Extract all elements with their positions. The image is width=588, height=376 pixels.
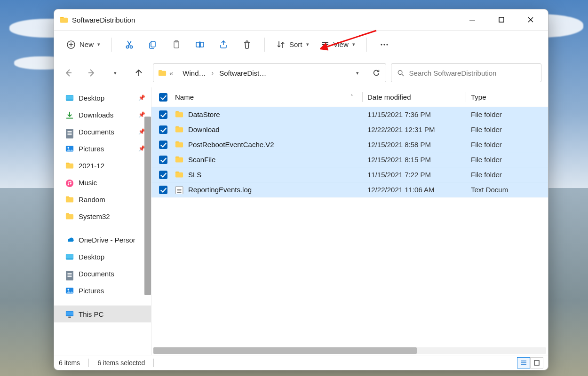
row-checkbox[interactable] (154, 171, 172, 179)
copy-button[interactable] (142, 35, 164, 54)
row-checkbox[interactable] (154, 125, 172, 134)
new-label: New (79, 40, 94, 48)
file-list: Name ˄ Date modified Type DataStore11/15… (151, 87, 548, 355)
share-button[interactable] (213, 35, 234, 54)
column-type[interactable]: Type (466, 93, 548, 101)
sidebar-item[interactable]: Documents📌 (54, 123, 151, 140)
file-type: File folder (466, 171, 548, 179)
row-checkbox[interactable] (154, 156, 172, 164)
text-icon (175, 186, 183, 193)
explorer-window: SoftwareDistribution New ▾ Sort ▾ View ▾ (54, 9, 548, 370)
file-name: SLS (188, 171, 201, 179)
paste-button[interactable] (166, 35, 187, 54)
folder-icon (60, 16, 68, 24)
chevron-right-icon: › (211, 69, 215, 77)
nav-back-button[interactable] (59, 63, 78, 82)
sidebar-item[interactable]: Pictures📌 (54, 140, 151, 157)
file-row[interactable]: DataStore11/15/2021 7:36 PMFile folder (151, 107, 548, 122)
sidebar-item-label: System32 (79, 212, 110, 220)
sidebar-item[interactable]: 2021-12 (54, 157, 151, 174)
icons-layout-button[interactable] (530, 357, 543, 368)
sidebar-item[interactable]: Random (54, 191, 151, 208)
svg-rect-24 (66, 271, 73, 280)
svg-rect-15 (66, 95, 73, 99)
chevron-down-icon: ▾ (97, 41, 100, 47)
search-icon (397, 69, 405, 77)
sidebar-item-label: Documents (79, 128, 114, 136)
horizontal-scrollbar[interactable] (151, 346, 548, 355)
folder-icon (175, 126, 183, 133)
row-checkbox[interactable] (154, 186, 172, 194)
select-all-checkbox[interactable] (154, 93, 172, 102)
search-input[interactable] (409, 69, 535, 77)
breadcrumb-seg1[interactable]: Wind… (178, 64, 210, 82)
address-bar[interactable]: « Wind… › SoftwareDist… ▾ (153, 63, 386, 82)
column-name[interactable]: Name ˄ (172, 93, 363, 101)
desktop-icon (65, 94, 74, 102)
sidebar-item[interactable]: OneDrive - Persor (54, 231, 151, 248)
sidebar-item[interactable]: Pictures (54, 282, 151, 299)
sidebar-item[interactable]: Desktop📌 (54, 89, 151, 106)
documents-icon (65, 270, 74, 277)
svg-point-13 (398, 70, 402, 75)
svg-point-20 (68, 184, 69, 185)
rename-button[interactable] (189, 35, 211, 54)
svg-point-4 (130, 46, 132, 48)
folder-icon (175, 171, 183, 178)
sidebar-item-label: Desktop (79, 94, 104, 102)
sidebar-item[interactable]: System32 (54, 208, 151, 225)
nav-recent-button[interactable]: ▾ (106, 63, 125, 82)
folder-icon (65, 213, 74, 220)
file-row[interactable]: SLS11/15/2021 7:22 PMFile folder (151, 167, 548, 182)
address-dropdown-button[interactable]: ▾ (348, 64, 367, 82)
search-box[interactable] (391, 63, 541, 82)
file-name: ReportingEvents.log (188, 186, 252, 194)
svg-rect-8 (196, 42, 199, 47)
breadcrumb-label: Wind… (183, 69, 206, 77)
column-date[interactable]: Date modified (363, 93, 466, 101)
titlebar[interactable]: SoftwareDistribution (54, 9, 548, 30)
folder-icon (175, 156, 183, 163)
sidebar-item[interactable]: Documents (54, 265, 151, 282)
sidebar-item[interactable]: Downloads📌 (54, 106, 151, 123)
sidebar-item[interactable]: Desktop (54, 248, 151, 265)
sort-button[interactable]: Sort ▾ (271, 35, 314, 54)
status-selected: 6 items selected (97, 359, 145, 367)
view-button[interactable]: View ▾ (316, 35, 360, 54)
thispc-icon (65, 311, 74, 318)
nav-up-button[interactable] (129, 63, 148, 82)
breadcrumb-root[interactable]: « (153, 64, 178, 82)
sidebar-item[interactable]: Music (54, 174, 151, 191)
delete-button[interactable] (236, 35, 258, 54)
sidebar-item[interactable]: This PC (54, 306, 151, 322)
details-layout-button[interactable] (517, 357, 530, 368)
file-type: File folder (466, 141, 548, 149)
cut-button[interactable] (119, 35, 140, 54)
refresh-button[interactable] (367, 64, 386, 82)
more-button[interactable] (373, 35, 395, 54)
sidebar-item-label: This PC (79, 310, 103, 318)
row-checkbox[interactable] (154, 110, 172, 119)
file-row[interactable]: ScanFile12/15/2021 8:15 PMFile folder (151, 152, 548, 167)
column-label: Type (471, 93, 486, 101)
file-date: 12/15/2021 8:15 PM (363, 156, 466, 164)
file-row[interactable]: ReportingEvents.log12/22/2021 11:06 AMTe… (151, 182, 548, 197)
svg-rect-5 (151, 41, 155, 47)
file-row[interactable]: PostRebootEventCache.V212/15/2021 8:58 P… (151, 137, 548, 152)
svg-point-18 (67, 147, 69, 149)
maximize-button[interactable] (487, 9, 516, 30)
new-button[interactable]: New ▾ (62, 35, 105, 54)
pin-icon: 📌 (138, 94, 145, 101)
row-checkbox[interactable] (154, 141, 172, 149)
file-row[interactable]: Download12/22/2021 12:31 PMFile folder (151, 122, 548, 137)
minimize-button[interactable] (458, 9, 487, 30)
close-button[interactable] (516, 9, 545, 30)
nav-forward-button[interactable] (82, 63, 101, 82)
svg-point-26 (67, 289, 69, 290)
svg-rect-1 (499, 17, 504, 22)
status-bar: 6 items 6 items selected (54, 355, 548, 370)
svg-rect-29 (68, 316, 71, 318)
sort-indicator-icon: ˄ (350, 94, 353, 100)
breadcrumb-seg2[interactable]: SoftwareDist… (215, 64, 271, 82)
sidebar-scrollbar[interactable] (144, 117, 151, 295)
